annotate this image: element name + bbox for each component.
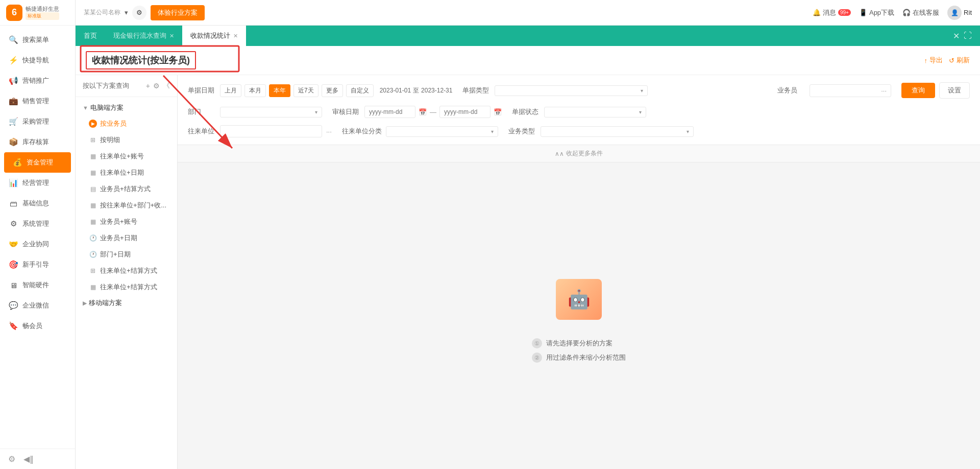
add-scheme-btn[interactable]: + (146, 82, 150, 90)
date-preset-this-year[interactable]: 本年 (269, 84, 290, 97)
doc-status-select[interactable]: ▾ (544, 107, 646, 118)
scheme-item-dept-date[interactable]: 🕐 部门+日期 (76, 246, 177, 263)
dept-select[interactable]: ▾ (220, 107, 322, 118)
sidebar-item-basic-info[interactable]: 🗃 基础信息 (0, 193, 75, 214)
scheme-item-by-salesperson[interactable]: ▶ 按业务员 (76, 115, 177, 132)
export-btn[interactable]: ↑ 导出 (924, 56, 943, 65)
tab-collection-stats-label: 收款情况统计 (190, 31, 230, 40)
window-close-btn[interactable]: ✕ (953, 31, 960, 41)
refresh-label: 刷新 (957, 56, 970, 65)
sidebar-item-smart-hw[interactable]: 🖥 智能硬件 (0, 275, 75, 295)
sidebar-item-inventory[interactable]: 📦 库存核算 (0, 132, 75, 152)
trial-industry-btn[interactable]: 体验行业方案 (151, 5, 205, 20)
partner-more-icon[interactable]: ··· (326, 128, 332, 135)
sidebar-menu: 🔍 搜索菜单 ⚡ 快捷导航 📢 营销推广 💼 销售管理 🛒 采购管理 📦 库存核… (0, 26, 75, 449)
scheme-group-desktop-header[interactable]: ▼ 电脑端方案 (76, 100, 177, 115)
filter-row-1: 单据日期 上月 本月 本年 近7天 更多 自定义 2023-01-01 (188, 82, 970, 99)
filter-settings-btn[interactable]: 设置 (939, 82, 970, 99)
scheme-item-salesperson-settle[interactable]: ▤ 业务员+结算方式 (76, 181, 177, 197)
data-placeholder: 🤖 ① 请先选择要分析的方案 ② 用过滤条件来缩小分析范围 (532, 269, 626, 363)
more-options-icon[interactable]: ··· (881, 87, 887, 95)
sidebar-item-system[interactable]: ⚙ 系统管理 (0, 214, 75, 234)
sidebar-item-sales[interactable]: 💼 销售管理 (0, 91, 75, 111)
audit-date-from[interactable] (364, 106, 415, 118)
header-settings-btn[interactable]: ⚙ (132, 6, 146, 20)
sidebar-item-operations[interactable]: 📊 经营管理 (0, 173, 75, 193)
scheme-item-label: 往来单位+结算方式 (100, 283, 157, 292)
collapse-panel-btn[interactable]: 《 (163, 81, 170, 90)
date-preset-custom[interactable]: 自定义 (346, 84, 374, 97)
salesperson-select[interactable]: ··· (810, 84, 891, 97)
filter-date-item: 单据日期 上月 本月 本年 近7天 更多 自定义 2023-01-01 (188, 84, 452, 97)
scheme-group-mobile-header[interactable]: ▶ 移动端方案 (76, 295, 177, 311)
biz-type-select[interactable]: ▾ (541, 126, 694, 137)
calendar-icon[interactable]: 📅 (419, 108, 427, 116)
scheme-item-partner-settle2[interactable]: ▦ 往来单位+结算方式 (76, 279, 177, 295)
sidebar-item-label: 畅会员 (22, 321, 42, 331)
date-preset-7days[interactable]: 近7天 (293, 84, 318, 97)
scheme-item-partner-date[interactable]: ▦ 往来单位+日期 (76, 165, 177, 181)
sidebar-item-label: 采购管理 (22, 117, 49, 126)
salesperson-active-icon: ▶ (89, 120, 97, 128)
sidebar-item-enterprise-wechat[interactable]: 💬 企业微信 (0, 295, 75, 316)
tab-home[interactable]: 首页 (76, 26, 105, 46)
top-header: 某某公司名称 ▾ ⚙ 体验行业方案 🔔 消息 99+ 📱 App下载 🎧 在线客… (76, 0, 980, 26)
partner-input[interactable] (220, 125, 322, 137)
sidebar-item-search-menu[interactable]: 🔍 搜索菜单 (0, 30, 75, 50)
scheme-item-partner-dept-collect[interactable]: ▦ 按往来单位+部门+收... (76, 197, 177, 214)
scheme-item-salesperson-date[interactable]: 🕐 业务员+日期 (76, 230, 177, 246)
settings-bottom-icon[interactable]: ⚙ (8, 454, 15, 464)
app-download-icon: 📱 (859, 9, 867, 16)
query-btn[interactable]: 查询 (901, 83, 935, 98)
tab-collection-stats[interactable]: 收款情况统计 ✕ (182, 26, 246, 46)
date-preset-more[interactable]: 更多 (322, 84, 343, 97)
window-maximize-btn[interactable]: ⛶ (964, 31, 972, 40)
online-service-btn[interactable]: 🎧 在线客服 (902, 8, 939, 17)
user-area[interactable]: 👤 Rit (947, 6, 972, 20)
doctype-select[interactable]: ▾ (495, 85, 648, 96)
scheme-item-label: 部门+日期 (100, 250, 131, 259)
purchase-icon: 🛒 (8, 116, 18, 127)
page-actions: ↑ 导出 ↺ 刷新 (924, 56, 970, 65)
chevron-up-icon: ∧∧ (555, 150, 564, 157)
scheme-item-partner-settle1[interactable]: ⊞ 往来单位+结算方式 (76, 263, 177, 279)
service-icon: 🎧 (902, 9, 911, 16)
sidebar-item-purchase[interactable]: 🛒 采购管理 (0, 111, 75, 132)
scheme-settings-btn[interactable]: ⚙ (153, 82, 160, 90)
scheme-item-by-detail[interactable]: ⊞ 按明细 (76, 132, 177, 148)
messages-btn[interactable]: 🔔 消息 99+ (813, 8, 851, 17)
sidebar-item-vip[interactable]: 🔖 畅会员 (0, 316, 75, 336)
date-preset-this-month[interactable]: 本月 (244, 84, 266, 97)
collapse-sidebar-icon[interactable]: ◀‖ (23, 454, 34, 464)
tab-bank-flow-close[interactable]: ✕ (169, 33, 174, 39)
company-dropdown[interactable]: ▾ (125, 9, 128, 16)
date-range-display: 2023-01-01 至 2023-12-31 (380, 86, 453, 95)
calendar-icon-2[interactable]: 📅 (494, 108, 502, 116)
sidebar-item-guide[interactable]: 🎯 新手引导 (0, 254, 75, 275)
scheme-group-mobile: ▶ 移动端方案 (76, 295, 177, 311)
logo-app-name: 畅捷通好生意 (26, 5, 59, 12)
audit-date-dash: — (430, 108, 436, 116)
date-preset-last-month[interactable]: 上月 (220, 84, 241, 97)
scheme-item-partner-account[interactable]: ▦ 往来单位+账号 (76, 148, 177, 165)
scheme-item-salesperson-account[interactable]: ▦ 业务员+账号 (76, 214, 177, 230)
filter-partner-item: 往来单位 ··· (188, 125, 332, 137)
sidebar-item-label: 快捷导航 (22, 56, 49, 65)
partner-category-select[interactable]: ▾ (386, 126, 498, 137)
tip-number-2: ② (532, 353, 542, 363)
desktop-group-arrow: ▼ (83, 105, 88, 111)
collapse-more-btn[interactable]: ∧∧ 收起更多条件 (178, 145, 980, 162)
refresh-btn[interactable]: ↺ 刷新 (949, 56, 970, 65)
message-icon: 🔔 (813, 9, 821, 16)
doc-status-label: 单据状态 (512, 107, 540, 116)
sidebar-item-finance[interactable]: 💰 资金管理 (4, 152, 71, 173)
tab-collection-stats-close[interactable]: ✕ (233, 33, 238, 39)
audit-date-to[interactable] (439, 106, 491, 118)
sidebar-item-marketing[interactable]: 📢 营销推广 (0, 71, 75, 91)
tab-window-btns: ✕ ⛶ (953, 31, 980, 41)
app-download-btn[interactable]: 📱 App下载 (859, 8, 894, 17)
sidebar-item-quick-nav[interactable]: ⚡ 快捷导航 (0, 50, 75, 71)
sidebar-item-cooperation[interactable]: 🤝 企业协同 (0, 234, 75, 254)
tab-bank-flow[interactable]: 现金银行流水查询 ✕ (105, 26, 182, 46)
date-separator: 至 (413, 86, 419, 95)
